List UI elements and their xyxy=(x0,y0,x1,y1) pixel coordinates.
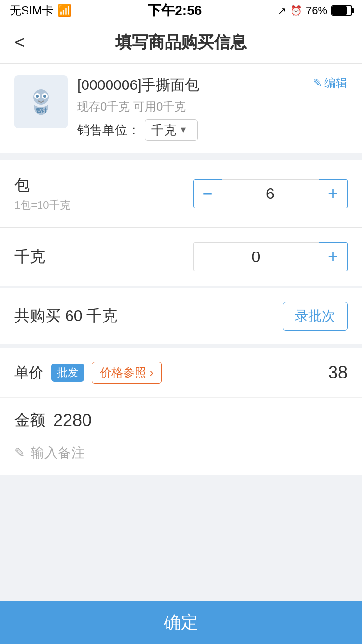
amount-section: 金额 2280 ✎ 输入备注 xyxy=(0,398,362,475)
status-time: 下午2:56 xyxy=(148,1,202,20)
note-placeholder: 输入备注 xyxy=(31,444,85,462)
package-plus-button[interactable]: + xyxy=(319,179,348,208)
back-button[interactable]: < xyxy=(10,28,29,57)
price-section: 单价 批发 价格参照 › 38 xyxy=(0,348,362,398)
confirm-button[interactable]: 确定 xyxy=(0,601,362,644)
unit-label: 销售单位： xyxy=(77,122,140,139)
product-info: [0000006]手撕面包 ✎ 编辑 现存0千克 可用0千克 销售单位： 千克 … xyxy=(77,75,348,141)
price-label: 单价 xyxy=(14,363,43,383)
pencil-icon: ✎ xyxy=(14,446,25,461)
product-name-row: [0000006]手撕面包 ✎ 编辑 xyxy=(77,75,348,95)
status-carrier: 无SIM卡 📶 xyxy=(10,3,72,18)
price-reference-button[interactable]: 价格参照 › xyxy=(92,362,162,384)
kg-input-row: 千克 + xyxy=(0,228,362,286)
alarm-icon: ⏰ xyxy=(290,5,302,16)
product-unit-row: 销售单位： 千克 ▼ xyxy=(77,119,348,141)
summary-row: 共购买 60 千克 录批次 xyxy=(0,288,362,348)
summary-text: 共购买 60 千克 xyxy=(14,306,117,327)
product-card: 智计 [0000006]手撕面包 ✎ 编辑 现存0千克 可用0千克 销售单位： … xyxy=(0,64,362,156)
note-row[interactable]: ✎ 输入备注 xyxy=(14,439,348,467)
kg-label-group: 千克 xyxy=(14,246,45,267)
kg-input-control: + xyxy=(193,242,348,271)
kg-plus-button[interactable]: + xyxy=(319,242,348,271)
amount-value: 2280 xyxy=(53,410,92,431)
unit-value: 千克 xyxy=(151,122,176,139)
kg-label: 千克 xyxy=(14,246,45,267)
package-minus-button[interactable]: − xyxy=(193,179,222,208)
section-divider-1 xyxy=(0,156,362,160)
product-name: [0000006]手撕面包 xyxy=(77,75,199,95)
nav-bar: < 填写商品购买信息 xyxy=(0,21,362,64)
battery-icon xyxy=(331,5,352,16)
package-input-control: − + xyxy=(193,179,348,208)
price-type-tag: 批发 xyxy=(51,364,84,382)
package-sub-label: 1包=10千克 xyxy=(14,198,70,212)
wifi-icon: 📶 xyxy=(57,4,72,17)
page-title: 填写商品购买信息 xyxy=(115,31,247,54)
package-label: 包 xyxy=(14,175,70,196)
svg-text:智计: 智计 xyxy=(35,107,48,114)
battery-percent: 76% xyxy=(306,4,327,17)
package-label-group: 包 1包=10千克 xyxy=(14,175,70,212)
owl-logo: 智计 xyxy=(24,87,58,116)
gps-icon: ↗ xyxy=(278,5,286,16)
kg-quantity-input[interactable] xyxy=(193,242,319,271)
carrier-text: 无SIM卡 xyxy=(10,3,54,18)
product-stock: 现存0千克 可用0千克 xyxy=(77,99,348,114)
package-input-row: 包 1包=10千克 − + xyxy=(0,160,362,227)
package-quantity-input[interactable] xyxy=(222,179,319,208)
amount-row: 金额 2280 xyxy=(14,410,348,431)
amount-label: 金额 xyxy=(14,410,45,431)
edit-button[interactable]: ✎ 编辑 xyxy=(313,75,348,91)
price-value: 38 xyxy=(328,363,348,383)
chevron-down-icon: ▼ xyxy=(179,125,188,135)
product-image: 智计 xyxy=(14,75,68,128)
svg-point-3 xyxy=(36,95,39,98)
status-bar: 无SIM卡 📶 下午2:56 ↗ ⏰ 76% xyxy=(0,0,362,21)
unit-dropdown[interactable]: 千克 ▼ xyxy=(145,119,198,141)
svg-point-4 xyxy=(43,95,46,98)
batch-button[interactable]: 录批次 xyxy=(283,302,348,331)
status-right: ↗ ⏰ 76% xyxy=(278,4,352,17)
edit-icon: ✎ xyxy=(313,76,322,90)
